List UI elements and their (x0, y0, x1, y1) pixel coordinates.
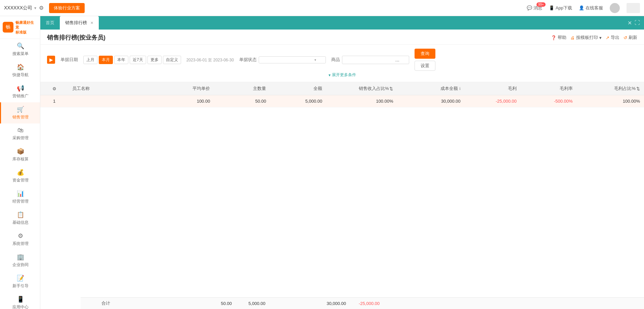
tab-maximize-button[interactable]: ⛶ (635, 20, 640, 26)
refresh-button[interactable]: ↺ 刷新 (624, 35, 637, 41)
sort-icon: ⇅ (389, 86, 393, 91)
page-header: 销售排行榜(按业务员) ❓ 帮助 🖨 按模板打印 ▾ ↗ 导出 (40, 30, 644, 45)
goods-select[interactable]: … (342, 56, 409, 64)
tab-close-icon[interactable]: ✕ (90, 21, 93, 25)
status-label: 单据状态 (239, 57, 257, 63)
expand-more-button[interactable]: ▾ 展开更多条件 (47, 71, 637, 79)
basicinfo-icon: 📋 (17, 211, 24, 218)
date-btn-custom[interactable]: 自定义 (163, 56, 181, 64)
footer-cost: 30,000.00 (310, 301, 350, 306)
guide-icon: 📝 (17, 274, 24, 282)
operations-icon: 📊 (17, 190, 24, 197)
logo-icon: 畅 (3, 22, 13, 33)
tab-close-button[interactable]: ✕ (628, 20, 632, 26)
settings-button[interactable]: 设置 (415, 61, 435, 71)
sales-pct-sort[interactable]: 销售收入占比% ⇅ (359, 86, 393, 92)
home-icon: 🏠 (17, 63, 24, 71)
cost-info-icon[interactable]: ℹ (459, 87, 461, 91)
refresh-icon: ↺ (624, 35, 627, 40)
page-actions: ❓ 帮助 🖨 按模板打印 ▾ ↗ 导出 ↺ 刷新 (551, 35, 637, 41)
content-area: 首页 销售排行榜 ✕ ✕ ⛶ 销售排行榜(按业务员) ❓ 帮助 (40, 16, 644, 309)
app-download-label: App下载 (556, 5, 572, 11)
goods-filter: 商品 … (331, 56, 409, 64)
tab-sales-ranking[interactable]: 销售排行榜 ✕ (60, 16, 99, 30)
th-sales-pct: 销售收入占比% ⇅ (326, 82, 397, 95)
table-footer: 合计 50.00 5,000.00 30,000.00 -25,000.00 (81, 297, 644, 309)
sidebar-item-finance[interactable]: 💰 资金管理 (0, 165, 40, 187)
print-icon: 🖨 (570, 35, 575, 40)
sidebar-item-quicknav[interactable]: 🏠 快捷导航 (0, 60, 40, 81)
sidebar-item-label: 快捷导航 (12, 72, 29, 78)
settings-icon[interactable]: ⚙ (39, 5, 44, 11)
sidebar-item-label: 新手引导 (12, 283, 29, 289)
marketing-icon: 📢 (17, 85, 24, 92)
query-action-group: 查询 设置 (415, 49, 435, 71)
sidebar-item-inventory[interactable]: 📦 库存核算 (0, 144, 40, 165)
th-gross: 毛利 (465, 82, 521, 95)
online-service-item[interactable]: 👤 在线客服 (579, 5, 603, 11)
company-selector[interactable]: XXXXXX公司 ▾ (4, 5, 36, 11)
app-download-item[interactable]: 📱 App下载 (549, 5, 572, 11)
tab-home-label: 首页 (46, 20, 54, 26)
print-button[interactable]: 🖨 按模板打印 ▾ (570, 35, 602, 41)
sidebar-item-marketing[interactable]: 📢 营销推广 (0, 81, 40, 102)
finance-icon: 💰 (17, 169, 24, 176)
sidebar-item-operations[interactable]: 📊 经营管理 (0, 187, 40, 208)
cell-sales-pct: 100.00% (326, 95, 397, 107)
sidebar-item-label: 营销推广 (12, 93, 29, 99)
print-chevron-icon: ▾ (599, 35, 602, 40)
sales-table: ⚙ 员工名称 平均单价 主数量 全额 销售收入占比% ⇅ (40, 82, 644, 107)
sidebar-item-sales[interactable]: 🛒 销售管理 (0, 102, 40, 123)
cell-gross-pct: 100.00% (577, 95, 644, 107)
footer-qty: 50.00 (202, 301, 236, 306)
sidebar-logo: 畅 畅康通好生意 标准版 (0, 16, 40, 39)
date-btn-this-month[interactable]: 本月 (99, 56, 113, 64)
cell-qty: 50.00 (214, 95, 270, 107)
cell-cost: 30,000.00 (397, 95, 464, 107)
system-icon: ⚙ (18, 232, 23, 240)
sidebar-item-system[interactable]: ⚙ 系统管理 (0, 229, 40, 250)
sidebar-item-appcenter[interactable]: 📱 应用中心 (0, 292, 40, 309)
date-btn-7days[interactable]: 近7天 (130, 56, 146, 64)
sidebar-item-label: 搜索菜单 (12, 51, 29, 57)
sidebar-item-guide[interactable]: 📝 新手引导 (0, 271, 40, 292)
sidebar-item-enterprise[interactable]: 🏢 企业协同 (0, 250, 40, 271)
appcenter-icon: 📱 (17, 296, 24, 303)
th-settings[interactable]: ⚙ (40, 82, 68, 95)
th-name: 员工名称 (68, 82, 158, 95)
table-header-row: ⚙ 员工名称 平均单价 主数量 全额 销售收入占比% ⇅ (40, 82, 644, 95)
status-select[interactable]: ▾ (259, 56, 326, 63)
message-item[interactable]: 💬 消息 99+ (527, 5, 542, 11)
company-name: XXXXXX公司 (4, 5, 32, 11)
date-btn-more[interactable]: 更多 (147, 56, 162, 64)
avatar[interactable] (610, 3, 620, 13)
date-btn-last-month[interactable]: 上月 (83, 56, 97, 64)
online-service-label: 在线客服 (586, 5, 603, 11)
help-label: 帮助 (558, 35, 566, 41)
th-avg-price: 平均单价 (158, 82, 214, 95)
cell-name (68, 95, 158, 107)
user-name-area[interactable] (627, 3, 640, 13)
sidebar-item-purchase[interactable]: 🛍 采购管理 (0, 123, 40, 144)
export-label: 导出 (611, 35, 619, 41)
trial-button[interactable]: 体验行业方案 (49, 3, 85, 13)
sidebar-item-basicinfo[interactable]: 📋 基础信息 (0, 208, 40, 229)
gross-pct-sort[interactable]: 毛利占比% ⇅ (614, 86, 640, 92)
tab-home[interactable]: 首页 (40, 16, 60, 30)
date-btn-this-year[interactable]: 本年 (114, 56, 128, 64)
sidebar-item-label: 采购管理 (12, 135, 29, 141)
print-label: 按模板打印 (576, 35, 598, 41)
export-button[interactable]: ↗ 导出 (606, 35, 619, 41)
help-button[interactable]: ❓ 帮助 (551, 35, 566, 41)
sidebar-item-label: 系统管理 (12, 241, 29, 247)
cell-gross: -25,000.00 (465, 95, 521, 107)
sidebar-item-search[interactable]: 🔍 搜索菜单 (0, 39, 40, 60)
expand-icon: ▾ (329, 73, 331, 78)
sidebar-item-label: 应用中心 (12, 304, 29, 309)
query-button[interactable]: 查询 (415, 49, 435, 59)
th-cost: 成本全额 ℹ (397, 82, 464, 95)
footer-gross: -25,000.00 (350, 301, 384, 306)
th-qty: 主数量 (214, 82, 270, 95)
export-icon: ↗ (606, 35, 609, 40)
filter-collapse-button[interactable]: ▶ (47, 56, 55, 64)
